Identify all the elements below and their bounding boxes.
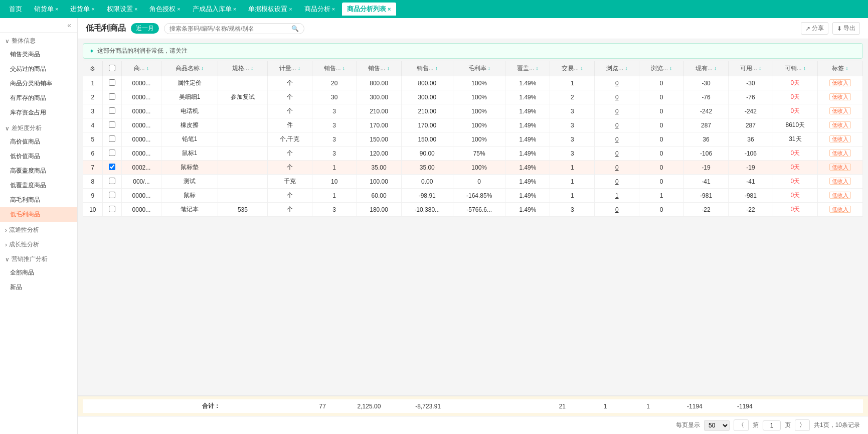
row-view1[interactable]: 0 — [595, 175, 639, 189]
nav-template[interactable]: 单据模板设置× — [243, 3, 297, 16]
search-box: 🔍 — [164, 23, 304, 34]
sidebar-item-stock-capital[interactable]: 库存资金占用 — [0, 105, 77, 120]
page-input[interactable] — [763, 420, 781, 430]
nav-close-product-in[interactable]: × — [233, 6, 236, 12]
row-view1[interactable]: 0 — [595, 76, 639, 90]
col-name[interactable]: 商品名称 ↕ — [161, 61, 218, 76]
nav-close-template[interactable]: × — [289, 6, 292, 12]
search-input[interactable] — [169, 25, 289, 32]
nav-product-in[interactable]: 产成品入库单× — [188, 3, 241, 16]
bottom-bar: 每页显示 50 100 200 〈 第 页 〉 共1页，10条记录 — [78, 416, 868, 434]
sidebar-item-new-goods[interactable]: 新品 — [0, 280, 77, 295]
page-size-select[interactable]: 50 100 200 — [704, 420, 730, 431]
nav-close-role[interactable]: × — [177, 6, 180, 12]
col-view1[interactable]: 浏览... ↕ — [595, 61, 639, 76]
row-checkbox[interactable] — [102, 203, 121, 217]
col-sellable[interactable]: 可销... ↕ — [773, 61, 817, 76]
row-view1[interactable]: 0 — [595, 118, 639, 132]
search-icon[interactable]: 🔍 — [291, 25, 299, 32]
nav-close-goods-analysis-list[interactable]: × — [388, 6, 391, 12]
row-unit: 千克 — [267, 175, 312, 189]
col-sale-qty[interactable]: 销售... ↕ — [312, 61, 357, 76]
row-checkbox[interactable] — [102, 132, 121, 147]
row-check-1[interactable] — [109, 93, 115, 100]
row-check-5[interactable] — [109, 150, 115, 156]
row-no: 7 — [83, 161, 103, 175]
nav-permission[interactable]: 权限设置× — [102, 3, 142, 16]
row-view1[interactable]: 0 — [595, 132, 639, 147]
sidebar-item-category-rate[interactable]: 商品分类助销率 — [0, 76, 77, 91]
sidebar-item-all-goods[interactable]: 全部商品 — [0, 265, 77, 280]
sidebar-collapse-btn[interactable]: « — [65, 21, 73, 29]
nav-role[interactable]: 角色授权× — [144, 3, 185, 16]
nav-sales[interactable]: 销货单× — [29, 3, 63, 16]
row-view1[interactable]: 0 — [595, 104, 639, 118]
sidebar-item-sales-goods[interactable]: 销售类商品 — [0, 47, 77, 62]
nav-purchase[interactable]: 进货单× — [65, 3, 99, 16]
col-code[interactable]: 商... ↕ — [121, 61, 161, 76]
nav-goods-analysis[interactable]: 商品分析× — [299, 3, 340, 16]
row-view1[interactable]: 1 — [595, 189, 639, 203]
sidebar-item-high-coverage[interactable]: 高覆盖度商品 — [0, 164, 77, 178]
col-checkbox[interactable] — [102, 61, 121, 76]
col-tag[interactable]: 标签 ↕ — [817, 61, 862, 76]
col-sale-price[interactable]: 销售... ↕ — [357, 61, 401, 76]
row-check-2[interactable] — [109, 107, 115, 114]
row-check-7[interactable] — [109, 178, 115, 184]
nav-goods-analysis-list[interactable]: 商品分析列表× — [342, 3, 396, 16]
col-coverage[interactable]: 覆盖... ↕ — [505, 61, 550, 76]
row-checkbox[interactable] — [102, 104, 121, 118]
col-settings[interactable]: ⚙ — [83, 61, 103, 76]
col-gross-margin[interactable]: 毛利率 ↕ — [453, 61, 505, 76]
row-view1[interactable]: 0 — [595, 90, 639, 104]
col-spec[interactable]: 规格... ↕ — [218, 61, 268, 76]
row-check-9[interactable] — [109, 206, 115, 212]
row-checkbox[interactable] — [102, 175, 121, 189]
row-trade: 1 — [550, 76, 595, 90]
nav-close-sales[interactable]: × — [55, 6, 58, 12]
select-all-checkbox[interactable] — [109, 65, 115, 71]
time-filter-btn[interactable]: 近一月 — [131, 23, 159, 34]
col-current[interactable]: 现有... ↕ — [684, 61, 729, 76]
prev-page-btn[interactable]: 〈 — [734, 419, 749, 431]
nav-home[interactable]: 首页 — [4, 3, 27, 16]
sidebar-item-low-margin[interactable]: 低毛利商品 — [0, 207, 77, 222]
sidebar-item-low-coverage[interactable]: 低覆盖度商品 — [0, 178, 77, 193]
row-view1[interactable]: 0 — [595, 203, 639, 217]
row-gross-margin: -164.85% — [453, 189, 505, 203]
sidebar-item-high-value[interactable]: 高价值商品 — [0, 134, 77, 149]
row-sale-amount: -98.91 — [401, 189, 453, 203]
col-sale-amount[interactable]: 销售... ↕ — [401, 61, 453, 76]
sidebar-item-traded-goods[interactable]: 交易过的商品 — [0, 62, 77, 76]
row-check-8[interactable] — [109, 192, 115, 198]
next-page-btn[interactable]: 〉 — [795, 419, 810, 431]
sidebar-item-low-value[interactable]: 低价值商品 — [0, 149, 77, 164]
nav-close-permission[interactable]: × — [134, 6, 137, 12]
row-available: 287 — [729, 118, 773, 132]
col-available[interactable]: 可用... ↕ — [729, 61, 773, 76]
col-view2[interactable]: 浏览... ↕ — [639, 61, 684, 76]
row-checkbox[interactable] — [102, 90, 121, 104]
share-button[interactable]: ↗ 分享 — [801, 22, 828, 35]
row-current: 287 — [684, 118, 729, 132]
row-sale-qty: 10 — [312, 175, 357, 189]
row-checkbox[interactable] — [102, 161, 121, 175]
row-available: -981 — [729, 189, 773, 203]
row-checkbox[interactable] — [102, 189, 121, 203]
row-view1[interactable]: 0 — [595, 161, 639, 175]
col-trade[interactable]: 交易... ↕ — [550, 61, 595, 76]
nav-close-goods-analysis[interactable]: × — [332, 6, 335, 12]
nav-close-purchase[interactable]: × — [91, 6, 94, 12]
sidebar-item-stocked-goods[interactable]: 有库存的商品 — [0, 91, 77, 105]
col-unit[interactable]: 计量... ↕ — [267, 61, 312, 76]
row-check-6[interactable] — [109, 164, 115, 170]
row-checkbox[interactable] — [102, 147, 121, 161]
sidebar-item-high-margin[interactable]: 高毛利商品 — [0, 193, 77, 207]
row-check-3[interactable] — [109, 121, 115, 128]
export-button[interactable]: ⬇ 导出 — [832, 22, 860, 35]
row-checkbox[interactable] — [102, 118, 121, 132]
row-checkbox[interactable] — [102, 76, 121, 90]
row-check-0[interactable] — [109, 79, 115, 86]
row-view1[interactable]: 0 — [595, 147, 639, 161]
row-check-4[interactable] — [109, 135, 115, 142]
